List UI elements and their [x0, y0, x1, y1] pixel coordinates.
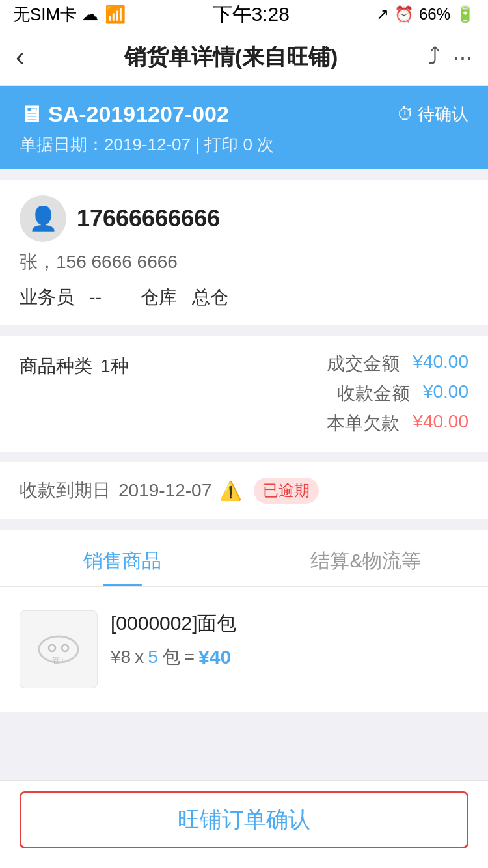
- status-text: 待确认: [418, 103, 468, 126]
- product-info: [0000002]面包 ¥8 x 5 包 = ¥40: [111, 610, 468, 688]
- svg-point-2: [62, 645, 68, 651]
- received-row: 收款金额 ¥0.00: [337, 381, 468, 406]
- overdue-warning-icon: ⚠️: [219, 480, 242, 502]
- product-type-label: 商品种类: [20, 354, 92, 379]
- salesperson-value: --: [89, 287, 102, 307]
- product-unit: 包: [162, 645, 180, 670]
- svg-point-1: [49, 645, 55, 651]
- order-id: 🖥 SA-20191207-002: [20, 102, 229, 127]
- status-clock-icon: ⏱: [397, 104, 414, 124]
- sim-label: 无SIM卡 ☁: [13, 3, 98, 26]
- nav-bar: ‹ 销货单详情(来自旺铺) ⤴ ···: [0, 29, 488, 86]
- owed-value: ¥40.00: [413, 411, 468, 436]
- product-logo-icon: 管+: [36, 627, 81, 672]
- multiply-sign: x: [135, 647, 144, 668]
- product-type: 商品种类 1种: [20, 351, 129, 379]
- warehouse-label: 仓库: [141, 287, 177, 307]
- order-header-top: 🖥 SA-20191207-002 ⏱ 待确认: [20, 102, 468, 127]
- transaction-row: 成交金额 ¥40.00: [327, 351, 468, 376]
- salesperson-field: 业务员 --: [20, 285, 102, 310]
- location-icon: ↗: [376, 5, 389, 23]
- transaction-label: 成交金额: [327, 351, 400, 376]
- product-name: [0000002]面包: [111, 610, 468, 637]
- customer-name: 张，156 6666 6666: [20, 250, 468, 275]
- equals-sign: =: [184, 647, 195, 668]
- status-time: 下午3:28: [213, 1, 290, 28]
- owed-row: 本单欠款 ¥40.00: [327, 411, 468, 436]
- overdue-badge: 已逾期: [254, 478, 319, 504]
- svg-text:管+: 管+: [52, 656, 64, 665]
- status-left: 无SIM卡 ☁ 📶: [13, 3, 126, 26]
- product-price-row: ¥8 x 5 包 = ¥40: [111, 645, 468, 670]
- warehouse-value: 总仓: [192, 287, 228, 307]
- back-button[interactable]: ‹: [16, 42, 55, 72]
- avatar-icon: 👤: [29, 205, 58, 232]
- nav-actions: ⤴ ···: [407, 44, 472, 71]
- product-qty: 5: [148, 647, 158, 668]
- avatar: 👤: [20, 195, 66, 242]
- order-header: 🖥 SA-20191207-002 ⏱ 待确认 单据日期：2019-12-07 …: [0, 86, 488, 169]
- received-value: ¥0.00: [423, 381, 468, 406]
- product-item: 管+ [0000002]面包 ¥8 x 5 包 = ¥40: [20, 600, 468, 699]
- salesperson-label: 业务员: [20, 287, 74, 307]
- divider-1: [0, 169, 488, 180]
- order-date: 单据日期：2019-12-07 | 打印 0 次: [20, 133, 468, 156]
- tab-sales-product[interactable]: 销售商品: [0, 530, 244, 586]
- order-icon: 🖥: [20, 102, 42, 127]
- battery-icon: 🔋: [455, 5, 475, 23]
- alarm-icon: ⏰: [394, 5, 414, 23]
- wifi-icon: 📶: [105, 5, 126, 25]
- product-type-value: 1种: [100, 354, 129, 379]
- customer-meta: 业务员 -- 仓库 总仓: [20, 285, 468, 310]
- product-list: 管+ [0000002]面包 ¥8 x 5 包 = ¥40: [0, 587, 488, 712]
- due-date: 2019-12-07: [118, 480, 211, 501]
- transaction-value: ¥40.00: [413, 351, 468, 376]
- customer-section: 👤 17666666666 张，156 6666 6666 业务员 -- 仓库 …: [0, 180, 488, 325]
- product-total: ¥40: [198, 646, 231, 668]
- owed-label: 本单欠款: [327, 411, 400, 436]
- tabs-section: 销售商品 结算&物流等 管+ [0000002]面包 ¥8 x 5 包: [0, 530, 488, 712]
- bottom-bar: 旺铺订单确认: [0, 780, 488, 868]
- status-right: ↗ ⏰ 66% 🔋: [376, 5, 475, 23]
- due-section: 收款到期日 2019-12-07 ⚠️ 已逾期: [0, 462, 488, 519]
- order-status: ⏱ 待确认: [397, 103, 468, 126]
- customer-row: 👤 17666666666: [20, 195, 468, 242]
- share-icon[interactable]: ⤴: [428, 44, 440, 71]
- more-icon[interactable]: ···: [453, 44, 472, 71]
- tabs-row: 销售商品 结算&物流等: [0, 530, 488, 587]
- order-id-text: SA-20191207-002: [48, 102, 229, 127]
- product-price: ¥8: [111, 647, 131, 668]
- tab-settlement[interactable]: 结算&物流等: [244, 530, 488, 586]
- due-label: 收款到期日: [20, 478, 111, 503]
- received-label: 收款金额: [337, 381, 410, 406]
- page-title: 销货单详情(来自旺铺): [55, 42, 407, 72]
- summary-section: 商品种类 1种 成交金额 ¥40.00 收款金额 ¥0.00 本单欠款 ¥40.…: [0, 336, 488, 452]
- amounts: 成交金额 ¥40.00 收款金额 ¥0.00 本单欠款 ¥40.00: [327, 351, 468, 436]
- warehouse-field: 仓库 总仓: [141, 285, 228, 310]
- confirm-order-button[interactable]: 旺铺订单确认: [20, 791, 468, 848]
- product-thumbnail: 管+: [20, 610, 98, 688]
- status-bar: 无SIM卡 ☁ 📶 下午3:28 ↗ ⏰ 66% 🔋: [0, 0, 488, 29]
- customer-phone: 17666666666: [77, 205, 220, 232]
- battery-level: 66%: [419, 5, 450, 23]
